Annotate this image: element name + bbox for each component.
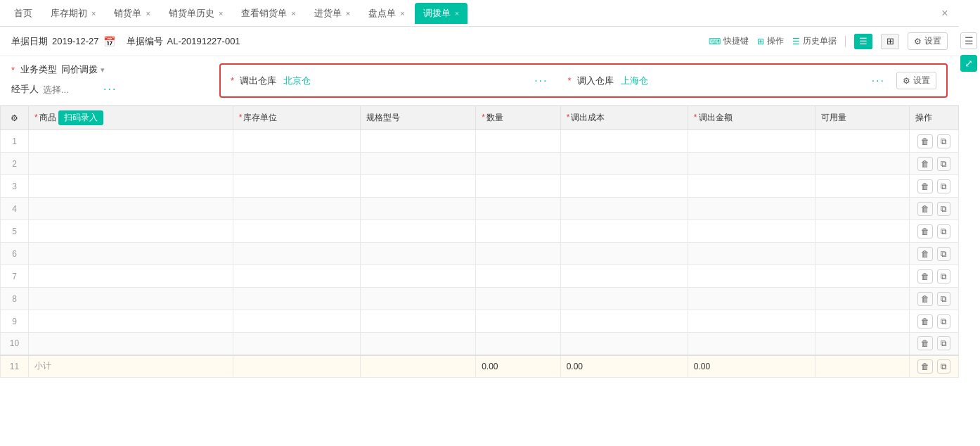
tab-transfer[interactable]: 调拨单 × <box>415 3 468 24</box>
delete-button[interactable]: 🗑 <box>917 359 933 374</box>
spec-cell[interactable] <box>360 265 475 288</box>
product-cell[interactable] <box>29 220 233 243</box>
copy-button[interactable]: ⧉ <box>937 292 950 306</box>
tab-purchase[interactable]: 进货单 × <box>306 3 359 24</box>
spec-cell[interactable] <box>360 198 475 220</box>
copy-button[interactable]: ⧉ <box>937 314 950 329</box>
tab-sales-history[interactable]: 销货单历史 × <box>160 3 231 24</box>
copy-button[interactable]: ⧉ <box>937 336 950 350</box>
cost-cell[interactable] <box>560 220 688 243</box>
unit-cell[interactable] <box>233 310 360 333</box>
unit-cell[interactable] <box>233 175 360 198</box>
delete-button[interactable]: 🗑 <box>917 269 933 283</box>
handler-more-icon[interactable]: ··· <box>103 83 117 96</box>
cost-cell[interactable] <box>560 265 688 288</box>
operation-action[interactable]: ⊞ 操作 <box>757 35 784 47</box>
tab-close-icon[interactable]: × <box>146 9 150 18</box>
product-cell[interactable] <box>29 153 233 175</box>
amount-cell[interactable] <box>688 175 815 198</box>
tab-close-icon[interactable]: × <box>91 9 96 18</box>
spec-cell[interactable] <box>360 175 475 198</box>
out-warehouse-more-icon[interactable]: ··· <box>534 75 548 87</box>
quantity-cell[interactable] <box>476 198 561 220</box>
unit-cell[interactable] <box>233 288 360 310</box>
copy-button[interactable]: ⧉ <box>937 202 950 216</box>
copy-button[interactable]: ⧉ <box>937 247 950 261</box>
spec-cell[interactable] <box>360 333 475 355</box>
cost-cell[interactable] <box>560 333 688 355</box>
amount-cell[interactable] <box>688 153 815 175</box>
quantity-cell[interactable] <box>476 265 561 288</box>
spec-cell[interactable] <box>360 243 475 265</box>
copy-button[interactable]: ⧉ <box>937 157 950 171</box>
copy-button[interactable]: ⧉ <box>937 134 950 148</box>
delete-button[interactable]: 🗑 <box>917 202 933 216</box>
copy-button[interactable]: ⧉ <box>937 269 950 283</box>
product-cell[interactable] <box>29 243 233 265</box>
cost-cell[interactable] <box>560 175 688 198</box>
window-close-button[interactable]: × <box>936 5 953 22</box>
cost-cell[interactable] <box>560 243 688 265</box>
list-view-button[interactable]: ☰ <box>854 34 872 49</box>
delete-button[interactable]: 🗑 <box>917 336 933 350</box>
scan-button[interactable]: 扫码录入 <box>58 110 103 125</box>
product-cell[interactable] <box>29 198 233 220</box>
product-cell[interactable] <box>29 310 233 333</box>
warehouse-settings-button[interactable]: ⚙ 设置 <box>896 72 936 89</box>
tab-inventory-check[interactable]: 盘点单 × <box>360 3 413 24</box>
spec-cell[interactable] <box>360 310 475 333</box>
product-cell[interactable] <box>29 265 233 288</box>
sidebar-expand-icon[interactable]: ⤢ <box>960 55 977 72</box>
quantity-cell[interactable] <box>476 243 561 265</box>
settings-button[interactable]: ⚙ 设置 <box>908 32 948 50</box>
grid-view-button[interactable]: ⊞ <box>881 34 899 49</box>
quantity-cell[interactable] <box>476 220 561 243</box>
business-type-select[interactable]: 同价调拨 ▾ <box>61 63 105 76</box>
tab-inventory-init[interactable]: 库存期初 × <box>42 3 104 24</box>
delete-button[interactable]: 🗑 <box>917 157 933 171</box>
copy-button[interactable]: ⧉ <box>937 359 950 374</box>
product-cell[interactable] <box>29 333 233 355</box>
amount-cell[interactable] <box>688 288 815 310</box>
quantity-cell[interactable] <box>476 288 561 310</box>
in-warehouse-more-icon[interactable]: ··· <box>872 75 885 87</box>
tab-close-icon[interactable]: × <box>219 9 223 18</box>
amount-cell[interactable] <box>688 265 815 288</box>
tab-close-icon[interactable]: × <box>346 9 350 18</box>
product-cell[interactable] <box>29 175 233 198</box>
amount-cell[interactable] <box>688 198 815 220</box>
unit-cell[interactable] <box>233 220 360 243</box>
tab-close-icon[interactable]: × <box>455 9 459 18</box>
quantity-cell[interactable] <box>476 130 561 153</box>
delete-button[interactable]: 🗑 <box>917 247 933 261</box>
amount-cell[interactable] <box>688 243 815 265</box>
spec-cell[interactable] <box>360 288 475 310</box>
spec-cell[interactable] <box>360 220 475 243</box>
copy-button[interactable]: ⧉ <box>937 224 950 238</box>
calendar-icon[interactable]: 📅 <box>103 36 115 47</box>
amount-cell[interactable] <box>688 310 815 333</box>
unit-cell[interactable] <box>233 243 360 265</box>
tab-view-sales[interactable]: 查看销货单 × <box>233 3 304 24</box>
tab-sales-order[interactable]: 销货单 × <box>105 3 158 24</box>
product-cell[interactable] <box>29 130 233 153</box>
cost-cell[interactable] <box>560 198 688 220</box>
quantity-cell[interactable] <box>476 333 561 355</box>
delete-button[interactable]: 🗑 <box>917 134 933 148</box>
product-cell[interactable] <box>29 288 233 310</box>
spec-cell[interactable] <box>360 130 475 153</box>
cost-cell[interactable] <box>560 153 688 175</box>
unit-cell[interactable] <box>233 198 360 220</box>
sidebar-list-icon[interactable]: ☰ <box>960 32 977 49</box>
quantity-cell[interactable] <box>476 175 561 198</box>
cost-cell[interactable] <box>560 288 688 310</box>
quantity-cell[interactable] <box>476 310 561 333</box>
tab-close-icon[interactable]: × <box>291 9 295 18</box>
tab-home[interactable]: 首页 <box>6 3 41 24</box>
amount-cell[interactable] <box>688 130 815 153</box>
delete-button[interactable]: 🗑 <box>917 314 933 329</box>
unit-cell[interactable] <box>233 130 360 153</box>
copy-button[interactable]: ⧉ <box>937 179 950 193</box>
history-action[interactable]: ☰ 历史单据 <box>792 35 837 47</box>
tab-close-icon[interactable]: × <box>400 9 404 18</box>
